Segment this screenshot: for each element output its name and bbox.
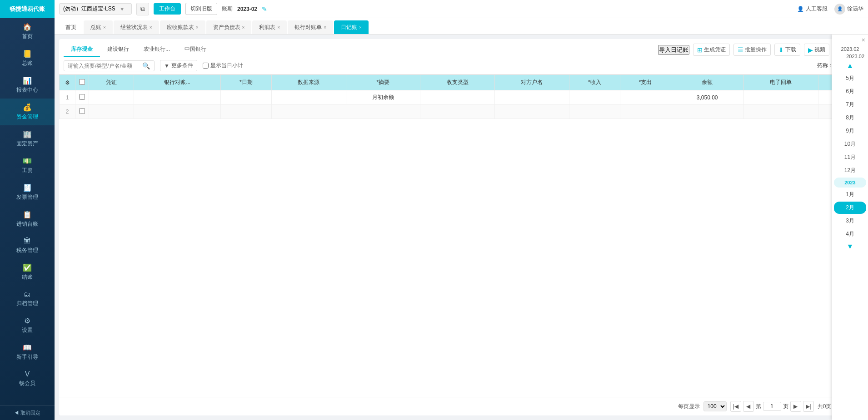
sidebar-item-tax[interactable]: 🏛 税务管理: [0, 232, 55, 259]
row-1-type: [420, 90, 495, 105]
gen-voucher-btn[interactable]: ⊞ 生成凭证: [693, 44, 730, 56]
tab-home[interactable]: 首页: [59, 21, 83, 34]
customer-service-label: 人工客服: [806, 5, 828, 13]
import-journal-button[interactable]: 导入日记账: [658, 45, 689, 55]
month-4[interactable]: 4月: [834, 228, 866, 240]
tab-receivable-close[interactable]: ×: [196, 25, 199, 30]
more-conditions-btn[interactable]: ▼ 更多条件: [160, 60, 197, 71]
batch-op-btn[interactable]: ☰ 批量操作: [733, 44, 771, 56]
currency-label: 拓称：: [817, 62, 833, 69]
workbench-button[interactable]: 工作台: [154, 3, 181, 15]
month-7[interactable]: 7月: [834, 99, 866, 111]
sub-tab-construction-bank[interactable]: 建设银行: [100, 43, 136, 57]
tab-biz-report[interactable]: 经营状况表 ×: [114, 20, 159, 34]
tab-bank-reconcile-close[interactable]: ×: [324, 25, 326, 30]
col-summary: *摘要: [346, 75, 420, 90]
row-2-type: [420, 105, 495, 119]
select-all-checkbox[interactable]: [79, 79, 85, 85]
copy-icon[interactable]: ⧉: [136, 3, 149, 15]
sidebar-item-invoice[interactable]: 🧾 发票管理: [0, 179, 55, 206]
sidebar-item-member[interactable]: V 畅会员: [0, 366, 55, 392]
user-profile-btn[interactable]: 👤 徐涵华: [834, 4, 863, 15]
sidebar-item-salary[interactable]: 💵 工资: [0, 152, 55, 179]
col-data-source: 数据来源: [271, 75, 346, 90]
tab-profit-close[interactable]: ×: [277, 25, 280, 30]
sidebar-item-inout[interactable]: 📋 进销台账: [0, 206, 55, 232]
tab-biz-report-close[interactable]: ×: [150, 25, 152, 30]
company-selector[interactable]: (勿动）江西超宝-LSS ▼: [59, 3, 132, 15]
sub-tab-agricultural-bank[interactable]: 农业银行...: [136, 43, 177, 57]
tab-journal[interactable]: 日记账 ×: [334, 20, 369, 34]
month-11[interactable]: 11月: [834, 151, 866, 163]
month-10[interactable]: 10月: [834, 138, 866, 150]
batch-op-icon: ☰: [738, 46, 743, 54]
month-6[interactable]: 6月: [834, 85, 866, 98]
assets-icon: 🏢: [23, 130, 32, 138]
table-row: 2: [60, 105, 863, 119]
search-input[interactable]: [68, 63, 140, 69]
next-page-btn[interactable]: ▶: [790, 401, 801, 412]
page-input[interactable]: [763, 402, 781, 411]
period-label: 账期: [222, 5, 233, 13]
row-2-ereceipt: [743, 105, 818, 119]
pagination: 每页显示 100 50 200 |◀ ◀ 第 页 ▶ ▶| 共0页，0条记录: [59, 397, 863, 415]
avatar: 👤: [834, 4, 845, 15]
period-edit-icon[interactable]: ✎: [262, 5, 267, 13]
sidebar-item-assets[interactable]: 🏢 固定资产: [0, 125, 55, 152]
row-1-source: [271, 90, 346, 105]
tabs-bar: 首页 总账 × 经营状况表 × 应收账款表 × 资产负债表 × 利润表 × 银行…: [55, 18, 868, 35]
search-icon[interactable]: 🔍: [142, 62, 150, 69]
tab-balance-sheet-close[interactable]: ×: [242, 25, 245, 30]
scroll-up-btn[interactable]: ▲: [832, 60, 868, 72]
col-counterparty: 对方户名: [495, 75, 569, 90]
download-btn[interactable]: ⬇ 下载: [774, 44, 800, 56]
sidebar-item-guide[interactable]: 📖 新手引导: [0, 339, 55, 366]
date-year-row-top: 2023.02: [832, 53, 868, 60]
last-page-btn[interactable]: ▶|: [803, 401, 814, 412]
col-settings[interactable]: ⚙: [60, 75, 75, 90]
month-2-active[interactable]: 2月: [834, 202, 866, 214]
row-1-check[interactable]: [75, 90, 89, 105]
month-8[interactable]: 8月: [834, 112, 866, 124]
sidebar-item-close[interactable]: ✅ 结账: [0, 259, 55, 286]
month-9[interactable]: 9月: [834, 125, 866, 137]
page-nav: |◀ ◀ 第 页 ▶ ▶|: [730, 401, 814, 412]
video-btn[interactable]: ▶ 视频: [804, 44, 829, 56]
show-daily-label[interactable]: 显示当日小计: [203, 62, 243, 69]
sidebar-collapse-btn[interactable]: ◀︎ 取消固定: [0, 405, 55, 420]
sidebar-item-ledger[interactable]: 📒 总账: [0, 45, 55, 72]
month-12[interactable]: 12月: [834, 164, 866, 177]
guide-icon: 📖: [23, 343, 32, 352]
tab-profit[interactable]: 利润表 ×: [252, 20, 287, 34]
customer-service-btn[interactable]: 👤 人工客服: [797, 5, 828, 13]
month-1[interactable]: 1月: [834, 188, 866, 201]
sidebar-item-finance[interactable]: 💰 资金管理: [0, 99, 55, 125]
year-2023-label: 2023: [834, 178, 866, 188]
tab-balance-sheet[interactable]: 资产负债表 ×: [206, 20, 252, 34]
tab-journal-close[interactable]: ×: [359, 25, 362, 30]
col-date: *日期: [220, 75, 271, 90]
sidebar-item-reports[interactable]: 📊 报表中心: [0, 72, 55, 99]
tab-receivable[interactable]: 应收账款表 ×: [160, 20, 205, 34]
month-3[interactable]: 3月: [834, 215, 866, 227]
sidebar-item-home[interactable]: 🏠 首页: [0, 18, 55, 45]
sub-tab-china-bank[interactable]: 中国银行: [177, 43, 214, 57]
first-page-btn[interactable]: |◀: [730, 401, 741, 412]
col-check[interactable]: [75, 75, 89, 90]
prev-page-btn[interactable]: ◀: [743, 401, 754, 412]
row-2-summary: [346, 105, 420, 119]
tab-bank-reconcile[interactable]: 银行对账单 ×: [288, 20, 333, 34]
home-icon: 🏠: [23, 23, 32, 31]
per-page-select[interactable]: 100 50 200: [703, 401, 727, 411]
show-daily-checkbox[interactable]: [203, 63, 209, 69]
row-2-check[interactable]: [75, 105, 89, 119]
scroll-down-btn[interactable]: ▼: [832, 241, 868, 252]
sub-tab-cash[interactable]: 库存现金: [64, 43, 100, 57]
tab-ledger[interactable]: 总账 ×: [84, 20, 113, 34]
old-version-button[interactable]: 切到旧版: [185, 3, 217, 15]
sidebar-item-archive[interactable]: 🗂 归档管理: [0, 286, 55, 312]
month-5[interactable]: 5月: [834, 72, 866, 84]
tab-ledger-close[interactable]: ×: [103, 25, 106, 30]
date-panel-close-btn[interactable]: ×: [832, 35, 868, 45]
sidebar-item-settings[interactable]: ⚙ 设置: [0, 312, 55, 339]
